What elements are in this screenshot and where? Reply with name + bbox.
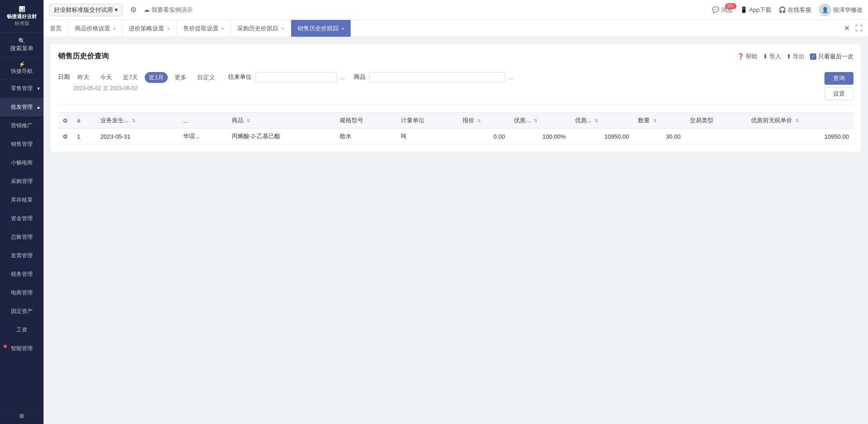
tab-maximize-btn[interactable]: ⛶ [853, 24, 864, 34]
sidebar-item-label: 总账管理 [11, 233, 33, 241]
sidebar-item-label: 固定资产 [11, 308, 33, 315]
avatar: 👤 [819, 4, 831, 16]
sidebar-item-asset[interactable]: 固定资产 [0, 302, 44, 321]
th-discount2[interactable]: 优惠... ⇅ [571, 113, 634, 129]
tab-home[interactable]: 首页 [44, 20, 68, 37]
filter-actions: 查询 设置 [824, 72, 853, 100]
help-btn[interactable]: ❓ 帮助 [737, 53, 757, 61]
sidebar-item-marketing[interactable]: 营销推广 [0, 116, 44, 135]
th-pretax[interactable]: 优惠前无税单价 ⇅ [746, 113, 853, 129]
sidebar-item-account[interactable]: 总账管理 [0, 228, 44, 246]
sidebar-item-ecommerce-small[interactable]: 小畅电商 [0, 154, 44, 172]
date-buttons: 昨天 今天 近7天 近1月 更多 自定义 [73, 72, 219, 83]
last-only-checkbox[interactable]: ✓ 只看最后一次 [810, 53, 853, 61]
demo-link[interactable]: ☁ 我要看实例演示 [144, 6, 193, 14]
sort-icon: ⇅ [132, 118, 136, 123]
tab-close-icon[interactable]: × [113, 26, 116, 31]
sidebar-nav-label: 快捷导航 [0, 67, 44, 75]
th-more[interactable]: ... [179, 113, 227, 129]
import-icon: ⬇ [763, 53, 768, 60]
date-range-text: 2023-05-02 至 2023-06-02 [73, 85, 219, 92]
tab-purchase-history[interactable]: 采购历史价跟踪 × [231, 20, 291, 37]
date-7days-btn[interactable]: 近7天 [119, 72, 142, 83]
product-input-group: ... [369, 72, 513, 82]
sidebar-item-salary[interactable]: 工资 [0, 321, 44, 339]
export-btn[interactable]: ⬆ 导出 [786, 53, 805, 61]
date-yesterday-btn[interactable]: 昨天 [73, 72, 93, 83]
app-icon: 📱 [740, 6, 747, 13]
row-date: 2023-05-31 [96, 129, 179, 145]
import-btn[interactable]: ⬇ 导入 [763, 53, 781, 61]
tab-close-icon[interactable]: × [221, 26, 224, 31]
row-price: 0.00 [458, 129, 510, 145]
sidebar-item-wholesale[interactable]: 批发管理 ▲ [0, 98, 44, 116]
sort-icon: ⇅ [247, 118, 250, 123]
tab-controls: ✕ ⛶ [839, 23, 868, 34]
th-discount1[interactable]: 优惠... ⇅ [509, 113, 570, 129]
tab-close-icon[interactable]: × [341, 26, 344, 31]
date-filter-group: 日期 昨天 今天 近7天 近1月 更多 自定义 2023-05-02 至 202… [58, 72, 219, 92]
tab-purchase-strategy[interactable]: 进价策略设置 × [122, 20, 176, 37]
edition-selector[interactable]: 好业财标准版交付试用 ▾ [49, 4, 123, 16]
sidebar-item-label: 工资 [16, 326, 27, 334]
date-1month-btn[interactable]: 近1月 [145, 72, 168, 83]
app-logo[interactable]: 📊 畅捷通好业财 标准版 [0, 0, 44, 33]
sidebar-item-smart[interactable]: 智能管理 [0, 339, 44, 358]
content-area: 销售历史价查询 ❓ 帮助 ⬇ 导入 ⬆ 导出 ✓ [44, 37, 868, 424]
sidebar-item-ecommerce[interactable]: 电商管理 [0, 284, 44, 302]
th-date[interactable]: 业务发生... ⇅ [96, 113, 179, 129]
tab-sale-extract[interactable]: 售价提取设置 × [177, 20, 231, 37]
sidebar-item-sales[interactable]: 销售管理 [0, 135, 44, 154]
settings-button[interactable]: 设置 [824, 87, 853, 100]
sidebar-item-tax[interactable]: 税务管理 [0, 265, 44, 284]
message-badge: 99+ [725, 3, 736, 9]
th-qty[interactable]: 数量 ⇅ [634, 113, 685, 129]
sidebar-item-inventory[interactable]: 库存核算 [0, 191, 44, 209]
tab-close-icon[interactable]: × [167, 26, 170, 31]
tab-close-window-btn[interactable]: ✕ [842, 23, 852, 34]
tab-label: 售价提取设置 [183, 24, 219, 33]
sidebar-settings-btn[interactable]: ⚙ [0, 408, 44, 424]
sidebar-item-capital[interactable]: 资金管理 [0, 209, 44, 228]
th-date-label: 业务发生... [100, 117, 129, 124]
cloud-icon: ☁ [144, 6, 150, 13]
th-product[interactable]: 商品 ⇅ [227, 113, 335, 129]
date-custom-btn[interactable]: 自定义 [193, 72, 219, 83]
sidebar-item-purchase[interactable]: 采购管理 [0, 172, 44, 191]
th-gear[interactable]: ⚙ [58, 113, 73, 129]
customer-ellipsis-btn[interactable]: ... [340, 74, 345, 81]
sidebar-item-invoice[interactable]: 发票管理 [0, 246, 44, 265]
import-label: 导入 [769, 53, 781, 61]
row-more[interactable]: 华谊... [179, 129, 227, 145]
search-icon: 🔍 [18, 38, 25, 44]
customer-input-group: ... [255, 72, 345, 82]
chevron-icon: ▼ [36, 86, 41, 91]
topbar-settings-btn[interactable]: ⚙ [127, 4, 140, 16]
table-body: ⚙ 1 2023-05-31 华谊... 丙烯酸-2-乙基己酯 散水 吨 0.0… [58, 129, 853, 145]
query-button[interactable]: 查询 [824, 72, 853, 85]
user-info[interactable]: 👤 徐泽华修改 [819, 4, 863, 16]
sidebar-item-label: 资金管理 [11, 215, 33, 222]
customer-input[interactable] [255, 72, 337, 82]
tab-sales-history[interactable]: 销售历史价跟踪 × [291, 20, 351, 37]
product-ellipsis-btn[interactable]: ... [508, 74, 513, 81]
th-price[interactable]: 报价 ⇅ [458, 113, 510, 129]
tab-price[interactable]: 商品价格设置 × [68, 20, 122, 37]
date-today-btn[interactable]: 今天 [96, 72, 116, 83]
row-pretax: 10950.00 [746, 129, 853, 145]
message-btn[interactable]: 💬 消息 99+ [712, 6, 733, 14]
sidebar-search[interactable]: 🔍 搜索菜单 [0, 33, 44, 58]
customer-service-btn[interactable]: 🎧 在线客服 [779, 6, 811, 14]
row-gear[interactable]: ⚙ [58, 129, 73, 145]
logo-name: 畅捷通好业财 [4, 13, 40, 20]
row-discount2: 10950.00 [571, 129, 634, 145]
sidebar-item-retail[interactable]: 零售管理 ▼ [0, 79, 44, 98]
th-qty-label: 数量 [638, 117, 650, 124]
sidebar-quicknav[interactable]: ⚡ 快捷导航 [0, 58, 44, 79]
date-more-btn[interactable]: 更多 [171, 72, 190, 83]
app-download-btn[interactable]: 📱 App下载 [740, 6, 771, 14]
th-type: 交易类型 [685, 113, 746, 129]
th-price-label: 报价 [463, 117, 474, 124]
tab-close-icon[interactable]: × [281, 26, 284, 31]
product-input[interactable] [369, 72, 505, 82]
